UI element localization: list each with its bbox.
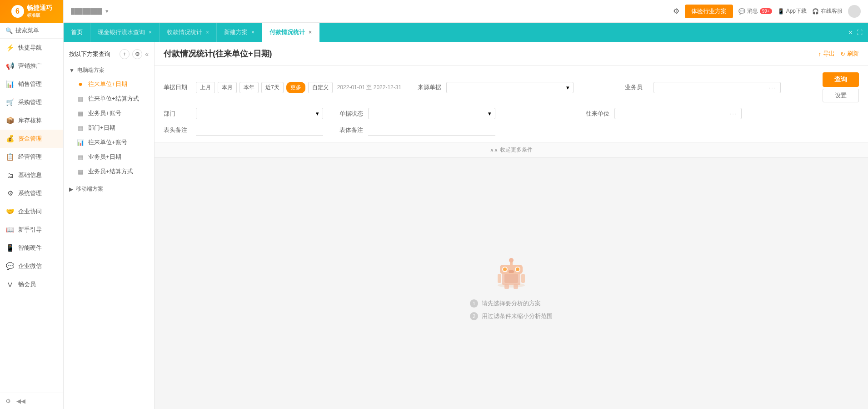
tab-new-scheme[interactable]: 新建方案 × (217, 23, 262, 42)
guide-icon: 📖 (5, 225, 15, 234)
filter-actions: 查询 设置 (823, 72, 859, 102)
messages-label: 消息 (747, 7, 758, 15)
scheme-item-label: 业务员+结算方式 (88, 167, 133, 176)
collapse-bar[interactable]: ∧∧ 收起更多条件 (155, 142, 868, 158)
source-select-arrow: ▾ (566, 84, 569, 91)
marketing-icon: 📢 (5, 61, 15, 71)
tab-bank-flow-close[interactable]: × (149, 29, 152, 35)
tab-receipt-close[interactable]: × (206, 29, 209, 35)
sidebar-item-system[interactable]: ⚙ 系统管理 (0, 184, 63, 202)
topbar-brand-text: ████████ (71, 8, 102, 15)
scheme-add-btn[interactable]: + (120, 49, 130, 59)
source-select[interactable]: ▾ (446, 82, 574, 93)
refresh-btn[interactable]: ↻ 刷新 (840, 50, 859, 58)
search-menu[interactable]: 🔍 搜索菜单 (0, 23, 63, 39)
messages-btn[interactable]: 💬 消息 99+ (738, 7, 772, 15)
staff-select[interactable]: ··· (653, 82, 781, 93)
tab-home[interactable]: 首页 (64, 23, 90, 42)
tab-payment-stats[interactable]: 付款情况统计 × (262, 23, 319, 42)
svg-rect-14 (514, 284, 518, 289)
query-btn[interactable]: 查询 (823, 72, 859, 87)
empty-tips: 1 请先选择要分析的方案 2 用过滤条件来缩小分析范围 (470, 299, 553, 320)
sidebar-item-basic[interactable]: 🗂 基础信息 (0, 166, 63, 184)
tab-payment-close[interactable]: × (309, 29, 312, 35)
scheme-item-staff-date[interactable]: ▦ 业务员+日期 (64, 150, 154, 164)
sidebar-item-marketing[interactable]: 📢 营销推广 (0, 57, 63, 75)
sidebar-item-label: 基础信息 (18, 171, 42, 179)
export-btn[interactable]: ↑ 导出 (818, 50, 835, 58)
footer-collapse-icon[interactable]: ◀◀ (16, 398, 25, 404)
staff-settle-icon: ▦ (76, 167, 85, 176)
sidebar-item-quick-nav[interactable]: ⚡ 快捷导航 (0, 39, 63, 57)
partner-select[interactable]: ··· (614, 108, 742, 119)
date-btn-custom[interactable]: 自定义 (308, 82, 333, 93)
export-label: 导出 (823, 50, 835, 58)
sidebar-item-guide[interactable]: 📖 新手引导 (0, 221, 63, 239)
robot-illustration (489, 247, 534, 292)
tabs-right-actions: ✕ ⛶ (843, 23, 868, 42)
scheme-item-label: 业务员+账号 (88, 109, 121, 117)
filter-settings-btn[interactable]: 设置 (823, 89, 859, 102)
dept-select[interactable]: ▾ (196, 108, 323, 119)
tab-new-scheme-close[interactable]: × (251, 29, 254, 35)
scheme-item-staff-settle[interactable]: ▦ 业务员+结算方式 (64, 164, 154, 179)
online-service-btn[interactable]: 🎧 在线客服 (812, 7, 843, 15)
tip-text-1: 请先选择要分析的方案 (482, 299, 541, 308)
app-download-btn[interactable]: 📱 App下载 (778, 7, 807, 15)
tab-bank-flow-label: 现金银行流水查询 (98, 28, 145, 36)
sidebar-item-label: 营销推广 (18, 62, 42, 70)
user-avatar[interactable] (848, 5, 861, 18)
scheme-settings-btn[interactable]: ⚙ (132, 49, 142, 59)
basic-icon: 🗂 (5, 171, 15, 180)
sidebar-item-enterprise[interactable]: 🤝 企业协同 (0, 202, 63, 221)
industry-btn[interactable]: 体验行业方案 (685, 5, 733, 18)
topbar-settings[interactable]: ⚙ (673, 7, 679, 15)
sidebar-item-label: 畅会员 (18, 280, 36, 288)
doc-status-select[interactable]: ▾ (368, 108, 495, 119)
svg-point-5 (503, 268, 507, 271)
sidebar-item-sales[interactable]: 📊 销售管理 (0, 75, 63, 93)
empty-tip-1: 1 请先选择要分析的方案 (470, 299, 553, 308)
scheme-item-partner-account[interactable]: 📊 往来单位+账号 (64, 135, 154, 150)
date-btn-more[interactable]: 更多 (286, 82, 305, 93)
filter-and-content: 付款情况统计(往来单位+日期) ↑ 导出 ↻ 刷新 单据日期 (155, 42, 868, 409)
pc-section-title[interactable]: ▼ 电脑端方案 (64, 64, 154, 77)
date-btn-last-month[interactable]: 上月 (196, 82, 215, 93)
scheme-collapse-btn[interactable]: « (145, 50, 149, 58)
tabs-close-all[interactable]: ✕ (848, 29, 853, 36)
sidebar-item-hardware[interactable]: 📱 智能硬件 (0, 239, 63, 257)
tab-payment-stats-label: 付款情况统计 (269, 28, 305, 36)
scheme-item-partner-settle[interactable]: ▦ 往来单位+结算方式 (64, 91, 154, 106)
scheme-item-label: 往来单位+结算方式 (88, 95, 139, 103)
sidebar-item-finance[interactable]: 💰 资金管理 (0, 130, 63, 148)
scheme-item-partner-date[interactable]: ● 往来单位+日期 (64, 77, 154, 91)
tab-bank-flow[interactable]: 现金银行流水查询 × (90, 23, 160, 42)
partner-label: 往来单位 (586, 110, 611, 118)
scheme-panel: 按以下方案查询 + ⚙ « ▼ 电脑端方案 ● 往来单位+日期 ▦ (64, 42, 155, 409)
svg-rect-2 (504, 274, 518, 283)
sidebar-item-inventory[interactable]: 📦 库存核算 (0, 111, 63, 130)
topbar-dropdown[interactable]: ▾ (105, 8, 109, 15)
tabs-maximize[interactable]: ⛶ (857, 29, 863, 36)
tab-receipt-stats[interactable]: 收款情况统计 × (160, 23, 217, 42)
sidebar-item-wechat[interactable]: 💬 企业微信 (0, 257, 63, 275)
inventory-icon: 📦 (5, 116, 15, 125)
scheme-item-dept-date[interactable]: ▦ 部门+日期 (64, 121, 154, 135)
head-note-input[interactable] (196, 125, 323, 136)
date-btn-this-month[interactable]: 本月 (218, 82, 237, 93)
sidebar-item-vip[interactable]: V 畅会员 (0, 275, 63, 293)
sidebar-item-operations[interactable]: 📋 经营管理 (0, 148, 63, 166)
body-note-input[interactable] (368, 125, 495, 136)
sidebar-item-label: 采购管理 (18, 98, 42, 106)
sidebar-item-purchase[interactable]: 🛒 采购管理 (0, 93, 63, 111)
tab-new-scheme-label: 新建方案 (224, 28, 248, 36)
date-btn-this-year[interactable]: 本年 (239, 82, 259, 93)
mobile-section-title[interactable]: ▶ 移动端方案 (64, 182, 154, 196)
date-btn-7days[interactable]: 近7天 (261, 82, 284, 93)
footer-settings-icon[interactable]: ⚙ (5, 398, 11, 404)
empty-state: 1 请先选择要分析的方案 2 用过滤条件来缩小分析范围 (470, 247, 553, 320)
empty-tip-2: 2 用过滤条件来缩小分析范围 (470, 312, 553, 320)
scheme-item-staff-account[interactable]: ▦ 业务员+账号 (64, 106, 154, 121)
scheme-item-label: 业务员+日期 (88, 153, 121, 161)
source-label: 来源单据 (418, 83, 443, 91)
